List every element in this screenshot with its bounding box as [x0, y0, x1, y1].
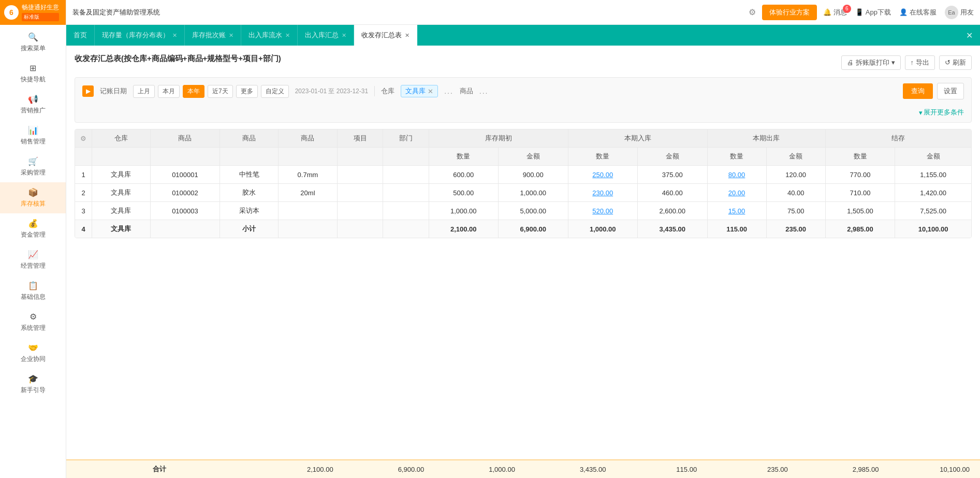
row-in-amt: 2,600.00 — [638, 202, 708, 220]
link-row-in-qty[interactable]: 230.00 — [592, 189, 613, 197]
refresh-button[interactable]: ↺ 刷新 — [939, 55, 972, 70]
goods-more-icon[interactable]: ... — [479, 87, 489, 95]
row-in-qty[interactable]: 520.00 — [568, 202, 638, 220]
refresh-icon: ↺ — [945, 59, 950, 66]
link-row-out-qty[interactable]: 20.00 — [728, 189, 745, 197]
link-row-in-qty[interactable]: 250.00 — [592, 171, 613, 179]
logo-tag: 标准版 — [22, 13, 59, 21]
sidebar-item-search[interactable]: 🔍 搜索菜单 — [0, 27, 66, 58]
refresh-label: 刷新 — [953, 58, 966, 67]
tab-batch[interactable]: 库存批次账 ✕ — [185, 25, 241, 46]
date-btn-more[interactable]: 更多 — [236, 85, 258, 98]
row-open-amt: 900.00 — [499, 166, 568, 184]
query-button[interactable]: 查询 — [903, 83, 933, 99]
warehouse-filter-tag[interactable]: 文具库 ✕ — [401, 85, 438, 97]
date-btn-7days[interactable]: 近7天 — [208, 85, 233, 98]
th-balance: 结存 — [825, 129, 971, 148]
row-spec: 20ml — [278, 184, 337, 202]
tab-stock-dist[interactable]: 现存量（库存分布表） ✕ — [95, 25, 185, 46]
tab-flow[interactable]: 出入库流水 ✕ — [241, 25, 298, 46]
row-in-qty[interactable]: 250.00 — [568, 166, 638, 184]
th-name: 商品 — [220, 129, 279, 148]
th-spec-sub — [278, 148, 337, 166]
sidebar-item-newbie[interactable]: 🎓 新手引导 — [0, 369, 66, 400]
sidebar-item-enterprise[interactable]: 🤝 企业协同 — [0, 338, 66, 369]
row-out-qty[interactable]: 80.00 — [707, 166, 766, 184]
tab-close-icon[interactable]: ✕ — [172, 32, 177, 39]
th-project: 项目 — [337, 129, 383, 148]
search-icon: 🔍 — [28, 32, 38, 42]
warehouse-tag-close[interactable]: ✕ — [428, 88, 433, 95]
date-btn-this-month[interactable]: 本月 — [158, 85, 180, 98]
topbar-right: 🔔 消息 6 📱 App下载 👤 在线客服 Ea 用友 — [823, 6, 974, 19]
sidebar-item-finance[interactable]: 💰 资金管理 — [0, 213, 66, 244]
row-in-amt: 375.00 — [638, 166, 708, 184]
tab-close-icon[interactable]: ✕ — [342, 32, 346, 39]
sidebar-item-quick-nav[interactable]: ⊞ 快捷导航 — [0, 58, 66, 89]
sidebar-item-system[interactable]: ⚙ 系统管理 — [0, 307, 66, 338]
tab-batch-label: 库存批次账 — [192, 31, 226, 40]
footer-open-qty: 2,100.00 — [247, 466, 339, 473]
th-project-sub — [337, 148, 383, 166]
tab-close-icon[interactable]: ✕ — [405, 32, 409, 39]
export-button[interactable]: ↑ 导出 — [905, 55, 935, 70]
row-in-qty[interactable]: 1,000.00 — [568, 220, 638, 238]
tab-home-label: 首页 — [74, 31, 87, 40]
box-icon: 📦 — [28, 187, 38, 197]
row-in-amt: 460.00 — [638, 184, 708, 202]
export-label: 导出 — [916, 58, 929, 67]
sidebar-item-label: 销售管理 — [21, 137, 46, 146]
sidebar-item-operations[interactable]: 📈 经营管理 — [0, 244, 66, 276]
tab-home[interactable]: 首页 — [66, 25, 95, 46]
trial-button[interactable]: 体验行业方案 — [762, 5, 817, 20]
row-out-qty[interactable]: 115.00 — [707, 220, 766, 238]
link-row-in-qty[interactable]: 520.00 — [592, 207, 613, 215]
table-settings-button[interactable]: 设置 — [937, 83, 964, 99]
footer-values: 2,100.00 6,900.00 1,000.00 3,435.00 115.… — [247, 466, 975, 473]
sidebar-item-marketing[interactable]: 📢 营销推广 — [0, 89, 66, 120]
row-out-qty[interactable]: 15.00 — [707, 202, 766, 220]
sidebar-item-purchase[interactable]: 🛒 采购管理 — [0, 151, 66, 182]
date-btn-last-month[interactable]: 上月 — [133, 85, 155, 98]
sidebar-item-sales[interactable]: 📊 销售管理 — [0, 120, 66, 151]
row-out-qty[interactable]: 20.00 — [707, 184, 766, 202]
settings-icon[interactable]: ⚙ — [749, 7, 756, 17]
avatar: Ea — [945, 6, 958, 19]
app-download-button[interactable]: 📱 App下载 — [855, 8, 891, 17]
chart-icon: 📊 — [28, 125, 38, 135]
footer-total-bar: 合计 2,100.00 6,900.00 1,000.00 3,435.00 1… — [66, 459, 980, 478]
tab-close-icon[interactable]: ✕ — [285, 32, 290, 39]
export-icon: ↑ — [911, 59, 914, 66]
tab-recv-send[interactable]: 收发存汇总表 ✕ — [354, 25, 417, 46]
warehouse-more-icon[interactable]: ... — [444, 87, 454, 95]
sidebar-item-inventory[interactable]: 📦 库存核算 — [0, 182, 66, 213]
message-button[interactable]: 🔔 消息 6 — [823, 8, 847, 17]
sidebar-item-label: 库存核算 — [21, 199, 46, 208]
th-name-sub — [220, 148, 279, 166]
th-dept: 部门 — [383, 129, 429, 148]
tab-summary[interactable]: 出入库汇总 ✕ — [298, 25, 354, 46]
row-dept — [383, 166, 429, 184]
user-menu[interactable]: Ea 用友 — [945, 6, 974, 19]
col-settings-header[interactable]: ⚙ — [75, 129, 92, 148]
sidebar-item-basic-info[interactable]: 📋 基础信息 — [0, 276, 66, 307]
print-button[interactable]: 🖨 拆账版打印 ▾ — [841, 55, 901, 70]
sidebar-item-label: 系统管理 — [21, 324, 46, 332]
row-warehouse: 文具库 — [92, 166, 151, 184]
link-row-out-qty[interactable]: 80.00 — [728, 171, 745, 179]
tab-close-all-icon[interactable]: ✕ — [959, 31, 980, 40]
expand-more-filters[interactable]: ▾ 展开更多条件 — [919, 108, 964, 117]
th-spec: 商品 — [278, 129, 337, 148]
row-project — [337, 166, 383, 184]
link-row-out-qty[interactable]: 15.00 — [728, 207, 745, 215]
date-btn-custom[interactable]: 自定义 — [261, 85, 289, 98]
row-in-qty[interactable]: 230.00 — [568, 184, 638, 202]
online-service-button[interactable]: 👤 在线客服 — [899, 8, 937, 17]
graduate-icon: 🎓 — [28, 374, 38, 384]
tab-close-icon[interactable]: ✕ — [229, 32, 233, 39]
date-btn-this-year[interactable]: 本年 — [183, 85, 204, 98]
row-open-amt: 5,000.00 — [499, 202, 568, 220]
filter-expand-icon[interactable]: ▶ — [82, 85, 94, 97]
sidebar-item-label: 搜索菜单 — [21, 44, 46, 53]
row-code: 0100003 — [150, 202, 220, 220]
